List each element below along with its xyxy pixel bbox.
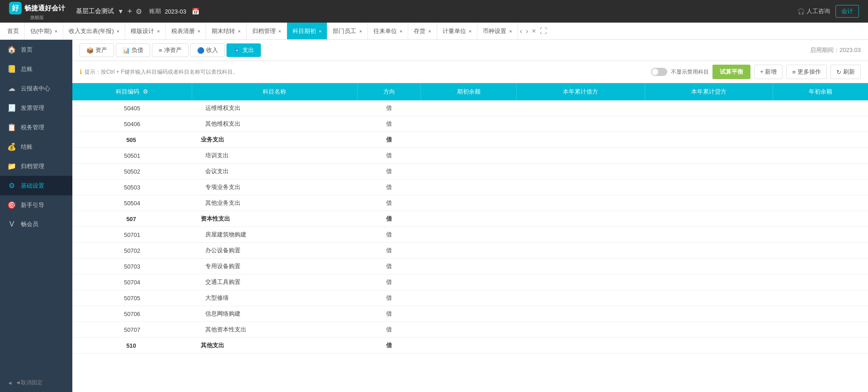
sidebar-item-basic-settings[interactable]: ⚙ 基础设置 (0, 176, 72, 195)
table-row[interactable]: 50406其他维权支出借 (72, 116, 868, 132)
table-row[interactable]: 50702办公设备购置借 (72, 243, 868, 259)
tab-currency[interactable]: 币种设置 × (477, 23, 518, 40)
table-row[interactable]: 505业务支出借 (72, 132, 868, 148)
col-settings-icon[interactable]: ⚙ (143, 88, 148, 95)
support-btn[interactable]: 🎧 人工咨询 (797, 7, 830, 15)
balance-btn[interactable]: 试算平衡 (712, 65, 750, 79)
info-icon: ℹ (80, 68, 82, 76)
tab-unit[interactable]: 计量单位 × (437, 23, 477, 40)
cell-ytd-debit (517, 227, 645, 243)
sidebar-guide-label: 新手引导 (21, 201, 44, 209)
sidebar-cloud-label: 云报表中心 (21, 85, 50, 93)
tab-archive-label: 归档管理 (252, 27, 276, 35)
tab-tax[interactable]: 税表清册 × (166, 23, 206, 40)
logo-icon: 好 (9, 2, 22, 14)
cell-year-opening (773, 243, 868, 259)
cell-year-opening (773, 116, 868, 132)
add-new-btn[interactable]: + 新增 (754, 65, 783, 79)
tab-period-end[interactable]: 期末结转 × (206, 23, 246, 40)
tab-income-report[interactable]: 收入支出表(年报) × (63, 23, 125, 40)
sub-tab-asset[interactable]: 📦 资产 (80, 43, 114, 57)
table-row[interactable]: 50707其他资本性支出借 (72, 322, 868, 338)
sidebar-item-cloud-report[interactable]: ☁ 云报表中心 (0, 79, 72, 98)
table-row[interactable]: 50501培训支出借 (72, 148, 868, 164)
table-row[interactable]: 510其他支出借 (72, 338, 868, 354)
sidebar-item-archive[interactable]: 📁 归档管理 (0, 156, 72, 176)
tab-scroll-right-btn[interactable]: › (524, 27, 530, 35)
cell-opening (421, 290, 517, 306)
tab-estimate[interactable]: 估(中期) × (25, 23, 63, 40)
tab-period-end-close[interactable]: × (238, 28, 241, 34)
tab-inventory-label: 存货 (414, 27, 425, 35)
cell-direction: 借 (357, 322, 420, 338)
table-row[interactable]: 50503专项业务支出借 (72, 179, 868, 195)
cell-opening (421, 243, 517, 259)
sidebar-collapse-btn[interactable]: ◄ ◄取消固定 (0, 373, 72, 392)
cell-ytd-credit (645, 211, 773, 227)
cell-ytd-debit (517, 164, 645, 179)
cell-code: 50504 (72, 195, 192, 211)
sub-tab-income[interactable]: 🔵 收入 (190, 43, 225, 57)
tab-expand-btn[interactable]: ⛶ (538, 27, 549, 35)
cell-direction: 借 (357, 259, 420, 274)
account-btn[interactable]: 会计 (835, 5, 859, 18)
table-row[interactable]: 50706信息网络购建借 (72, 306, 868, 322)
tab-inventory-close[interactable]: × (428, 28, 431, 34)
sidebar-item-tax[interactable]: 📋 税务管理 (0, 118, 72, 137)
cell-name: 专项业务支出 (192, 179, 357, 195)
sub-tab-net-asset[interactable]: ≡ 净资产 (152, 43, 189, 57)
add-company-btn[interactable]: + (127, 7, 132, 15)
sidebar-item-member[interactable]: V 畅会员 (0, 215, 72, 234)
cell-code: 50705 (72, 290, 192, 306)
tab-scroll-left-btn[interactable]: ‹ (518, 27, 524, 35)
tab-tax-close[interactable]: × (198, 28, 200, 34)
sidebar-item-general-ledger[interactable]: 📒 总账 (0, 59, 72, 79)
tab-dept-staff[interactable]: 部门员工 × (327, 23, 368, 40)
tab-contacts[interactable]: 往来单位 × (368, 23, 408, 40)
more-ops-btn[interactable]: ≡ 更多操作 (786, 65, 827, 79)
calendar-icon[interactable]: 📅 (192, 8, 199, 15)
tab-subject-init[interactable]: 科目期初 × (287, 23, 327, 40)
header-middle: 基层工会测试 ▼ + ⚙ 账期 2023-03 📅 (69, 7, 797, 16)
table-row[interactable]: 50705大型修缮借 (72, 290, 868, 306)
cell-direction: 借 (357, 164, 420, 179)
disable-toggle[interactable] (651, 68, 667, 76)
tab-inventory[interactable]: 存货 × (408, 23, 437, 40)
tab-currency-close[interactable]: × (509, 28, 512, 34)
sub-tab-liability[interactable]: 📊 负债 (116, 43, 150, 57)
tab-income-report-label: 收入支出表(年报) (69, 27, 114, 35)
cell-ytd-debit (517, 211, 645, 227)
tab-home[interactable]: 首页 (2, 23, 25, 40)
table-row[interactable]: 50704交通工具购置借 (72, 274, 868, 290)
tab-income-report-close[interactable]: × (117, 28, 119, 34)
tab-estimate-close[interactable]: × (55, 28, 57, 34)
sidebar-item-home[interactable]: 🏠 首页 (0, 40, 72, 59)
tab-unit-close[interactable]: × (469, 28, 472, 34)
table-row[interactable]: 50703专用设备购置借 (72, 259, 868, 274)
cell-name: 其他支出 (192, 338, 357, 354)
sidebar-item-invoice[interactable]: 🧾 发票管理 (0, 98, 72, 118)
settings-btn[interactable]: ⚙ (136, 7, 142, 16)
company-dropdown-btn[interactable]: ▼ (118, 8, 124, 15)
tab-close-all-btn[interactable]: × (530, 27, 538, 35)
tab-archive[interactable]: 归档管理 × (247, 23, 287, 40)
tab-dept-staff-close[interactable]: × (359, 28, 362, 34)
table-row[interactable]: 50701房屋建筑物购建借 (72, 227, 868, 243)
tab-template-close[interactable]: × (157, 28, 160, 34)
tab-template[interactable]: 模版设计 × (125, 23, 165, 40)
cell-name: 培训支出 (192, 148, 357, 164)
table-row[interactable]: 50504其他业务支出借 (72, 195, 868, 211)
sidebar-item-settlement[interactable]: 💰 结账 (0, 137, 72, 156)
table-row[interactable]: 50502会议支出借 (72, 164, 868, 179)
table-row[interactable]: 507资本性支出借 (72, 211, 868, 227)
tab-archive-close[interactable]: × (278, 28, 281, 34)
cell-year-opening (773, 195, 868, 211)
refresh-btn[interactable]: ↻ 刷新 (830, 65, 861, 79)
cell-ytd-debit (517, 338, 645, 354)
tab-contacts-close[interactable]: × (400, 28, 402, 34)
cell-ytd-debit (517, 306, 645, 322)
tab-subject-init-close[interactable]: × (319, 28, 321, 34)
table-row[interactable]: 50405运维维权支出借 (72, 100, 868, 116)
sidebar-item-guide[interactable]: 🎯 新手引导 (0, 195, 72, 215)
sub-tab-expense[interactable]: 💠 支出 (226, 43, 261, 57)
